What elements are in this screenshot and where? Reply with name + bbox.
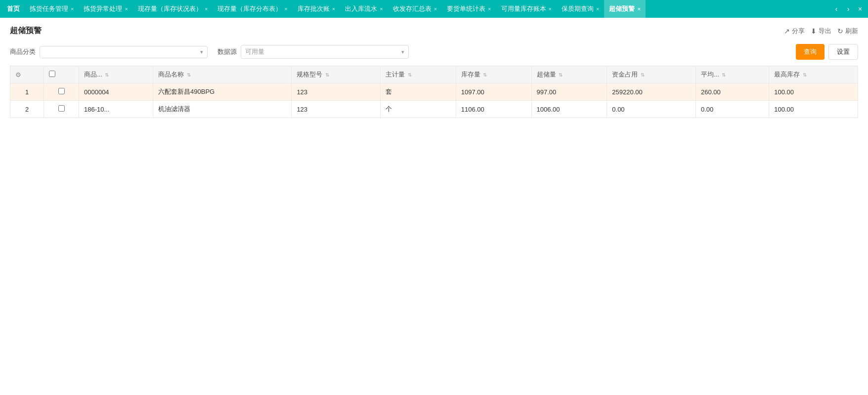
query-button[interactable]: 查询: [796, 44, 825, 60]
share-icon: ↗: [784, 27, 790, 35]
th-checkbox: [44, 66, 79, 83]
th-gear: ⚙: [10, 66, 44, 83]
row-checkbox-cell-1: [44, 101, 79, 118]
nav-stock-status[interactable]: 现存量（库存状况表） ×: [133, 0, 213, 18]
export-link[interactable]: ⬇ 导出: [811, 27, 831, 36]
page-title: 超储预警: [10, 26, 42, 36]
select-all-checkbox[interactable]: [49, 71, 55, 77]
th-max-stock: 最高库存 ⇅: [769, 66, 858, 83]
row-product-name-1: 机油滤清器: [153, 101, 292, 118]
datasource-label: 数据源: [217, 47, 237, 56]
close-stock-dist[interactable]: ×: [284, 6, 287, 12]
nav-home[interactable]: 首页: [2, 0, 25, 18]
th-product-code: 商品... ⇅: [79, 66, 153, 83]
close-avail-ledger[interactable]: ×: [549, 6, 552, 12]
datasource-select[interactable]: 可用量 ▾: [241, 45, 409, 59]
nav-expiry[interactable]: 保质期查询 ×: [557, 0, 604, 18]
sort-product-name-icon[interactable]: ⇅: [187, 72, 191, 78]
row-max-stock-0: 100.00: [769, 83, 858, 101]
datasource-select-text: 可用量: [245, 47, 264, 56]
close-stock-status[interactable]: ×: [205, 6, 208, 12]
row-product-code-0: 0000004: [79, 83, 153, 101]
sort-avg-icon[interactable]: ⇅: [722, 72, 726, 78]
nav-summary[interactable]: 收发存汇总表 ×: [388, 0, 442, 18]
filter-buttons: 查询 设置: [796, 44, 858, 60]
nav-arrows: ‹ › ×: [830, 0, 866, 18]
sort-capital-icon[interactable]: ⇅: [641, 72, 645, 78]
th-overstock: 超储量 ⇅: [531, 66, 607, 83]
th-spec: 规格型号 ⇅: [292, 66, 381, 83]
category-label: 商品分类: [10, 47, 36, 56]
gear-icon[interactable]: ⚙: [15, 71, 21, 79]
th-capital: 资金占用 ⇅: [607, 66, 696, 83]
page-container: 超储预警 ↗ 分享 ⬇ 导出 ↻ 刷新 商品分类 ▾ 数据源: [0, 18, 868, 395]
nav-stock-dist[interactable]: 现存量（库存分布表） ×: [213, 0, 292, 18]
sort-unit-icon[interactable]: ⇅: [408, 72, 412, 78]
sort-spec-icon[interactable]: ⇅: [325, 72, 329, 78]
category-select[interactable]: ▾: [40, 46, 208, 58]
row-spec-0: 123: [292, 83, 381, 101]
row-stock-1: 1106.00: [456, 101, 531, 118]
nav-exception[interactable]: 拣货异常处理 ×: [79, 0, 132, 18]
row-product-name-0: 六配套新昌490BPG: [153, 83, 292, 101]
category-select-text: [44, 48, 46, 56]
th-avg: 平均... ⇅: [696, 66, 769, 83]
row-unit-0: 套: [381, 83, 456, 101]
th-product-name: 商品名称 ⇅: [153, 66, 292, 83]
sort-overstock-icon[interactable]: ⇅: [559, 72, 563, 78]
category-filter-group: 商品分类 ▾: [10, 46, 208, 58]
category-chevron-icon: ▾: [200, 49, 203, 55]
table-row: 1 0000004 六配套新昌490BPG 123 套 1097.00 997.…: [10, 83, 858, 101]
row-checkbox-cell-0: [44, 83, 79, 101]
close-exception[interactable]: ×: [125, 6, 128, 12]
close-order-stat[interactable]: ×: [488, 6, 491, 12]
row-max-stock-1: 100.00: [769, 101, 858, 118]
datasource-chevron-icon: ▾: [401, 49, 404, 55]
close-expiry[interactable]: ×: [596, 6, 599, 12]
row-num-1: 2: [10, 101, 44, 118]
header-actions: ↗ 分享 ⬇ 导出 ↻ 刷新: [784, 27, 858, 36]
top-navigation: 首页 拣货任务管理 × 拣货异常处理 × 现存量（库存状况表） × 现存量（库存…: [0, 0, 868, 18]
row-checkbox-1[interactable]: [58, 105, 65, 112]
nav-inout-flow[interactable]: 出入库流水 ×: [340, 0, 388, 18]
nav-avail-ledger[interactable]: 可用量库存账本 ×: [496, 0, 557, 18]
nav-order-stat[interactable]: 要货单统计表 ×: [442, 0, 496, 18]
close-batch-ledger[interactable]: ×: [332, 6, 335, 12]
nav-arrow-left[interactable]: ‹: [830, 0, 842, 18]
export-icon: ⬇: [811, 27, 817, 35]
close-task-mgmt[interactable]: ×: [71, 6, 74, 12]
sort-stock-icon[interactable]: ⇅: [483, 72, 487, 78]
row-num-0: 1: [10, 83, 44, 101]
nav-arrow-right[interactable]: ›: [842, 0, 854, 18]
nav-arrow-close[interactable]: ×: [854, 0, 866, 18]
nav-task-mgmt[interactable]: 拣货任务管理 ×: [25, 0, 79, 18]
row-product-code-1: 186-10...: [79, 101, 153, 118]
share-link[interactable]: ↗ 分享: [784, 27, 805, 36]
nav-overstock[interactable]: 超储预警 ×: [604, 0, 645, 18]
close-inout-flow[interactable]: ×: [380, 6, 383, 12]
row-capital-1: 0.00: [607, 101, 696, 118]
data-table: ⚙ 商品... ⇅ 商品名称 ⇅ 规格型号 ⇅ 主计量: [10, 66, 858, 118]
settings-button[interactable]: 设置: [828, 44, 858, 60]
th-unit: 主计量 ⇅: [381, 66, 456, 83]
refresh-link[interactable]: ↻ 刷新: [837, 27, 858, 36]
th-stock: 库存量 ⇅: [456, 66, 531, 83]
refresh-icon: ↻: [837, 27, 843, 35]
table-header-row: ⚙ 商品... ⇅ 商品名称 ⇅ 规格型号 ⇅ 主计量: [10, 66, 858, 83]
table-row: 2 186-10... 机油滤清器 123 个 1106.00 1006.00 …: [10, 101, 858, 118]
page-header: 超储预警 ↗ 分享 ⬇ 导出 ↻ 刷新: [10, 26, 858, 36]
close-summary[interactable]: ×: [434, 6, 437, 12]
row-avg-0: 260.00: [696, 83, 769, 101]
datasource-filter-group: 数据源 可用量 ▾: [217, 45, 409, 59]
row-checkbox-0[interactable]: [58, 88, 65, 94]
row-capital-0: 259220.00: [607, 83, 696, 101]
row-avg-1: 0.00: [696, 101, 769, 118]
nav-batch-ledger[interactable]: 库存批次账 ×: [293, 0, 340, 18]
filter-row: 商品分类 ▾ 数据源 可用量 ▾ 查询 设置: [10, 44, 858, 60]
sort-product-code-icon[interactable]: ⇅: [105, 72, 109, 78]
close-overstock[interactable]: ×: [637, 6, 640, 12]
row-overstock-0: 997.00: [531, 83, 607, 101]
row-spec-1: 123: [292, 101, 381, 118]
row-unit-1: 个: [381, 101, 456, 118]
sort-max-stock-icon[interactable]: ⇅: [803, 72, 807, 78]
